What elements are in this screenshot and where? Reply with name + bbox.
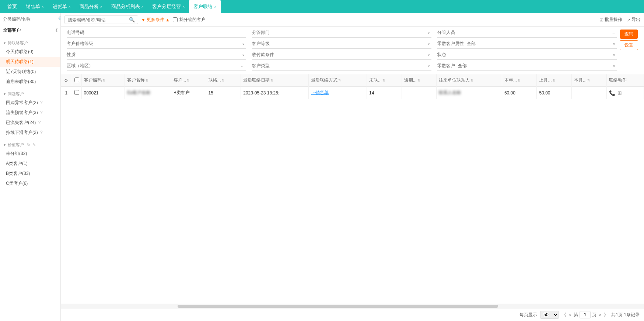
sort-icon: ⇅ (553, 79, 556, 82)
nav-product-analysis-list[interactable]: 商品分析列表 × (107, 0, 148, 13)
filter-icon: ▼ (141, 17, 146, 23)
sort-icon: ⇅ (270, 79, 273, 82)
value-customer-group: ▼ 价值客户 ↻ ✎ (0, 140, 60, 149)
page-nav: 《 ＜ 第 页 ＞ 》 (562, 311, 608, 318)
sort-icon: ⇅ (518, 79, 521, 82)
help-icon[interactable]: ? (40, 100, 43, 105)
td-this-month-amount (572, 87, 607, 99)
scrollbar-thumb[interactable] (178, 305, 498, 308)
first-page-button[interactable]: 《 (562, 312, 566, 318)
chevron-down-icon: ∨ (242, 42, 245, 46)
sidebar-item-repurchase-abnormal[interactable]: 回购异常客户(2) ? (0, 98, 60, 108)
sidebar-item-7days[interactable]: 近7天待联络(0) (0, 67, 60, 77)
th-customer-name: 客户名称⇅ (125, 74, 171, 87)
close-icon[interactable]: × (69, 5, 71, 9)
close-icon[interactable]: × (42, 5, 44, 9)
filter-price-level: 客户价格等级 ∨ (67, 41, 246, 49)
gear-icon[interactable]: ⚙ (64, 78, 68, 83)
sort-icon: ⇅ (382, 79, 385, 82)
grid-icon[interactable]: ⊞ (617, 90, 622, 96)
set-button[interactable]: 设置 (620, 40, 638, 50)
th-last-month: 上月...⇅ (537, 74, 572, 87)
more-filter-button[interactable]: ▼ 更多条件 ▲ (141, 17, 170, 23)
select-all-checkbox[interactable] (74, 77, 79, 82)
sidebar-item-class-b[interactable]: B类客户(33) (0, 169, 60, 179)
nav-purchase[interactable]: 进货单 × (48, 0, 75, 13)
my-customer-checkbox-area: 我分管的客户 (173, 17, 206, 23)
chevron-down-icon: ∨ (427, 42, 430, 46)
sidebar-item-churned[interactable]: 已流失客户(24) ? (0, 118, 60, 128)
contact-method-link[interactable]: 下销货单 (311, 90, 329, 95)
problem-customer-group: ▼ 问题客户 (0, 89, 60, 98)
th-contact-count: 联络...⇅ (206, 74, 241, 87)
td-last-contact-date: 2023-05-23 18:25: (241, 87, 309, 99)
sidebar-item-class-c[interactable]: C类客户(6) (0, 179, 60, 189)
sidebar-item-ungrouped[interactable]: 未分组(32) (0, 149, 60, 159)
sidebar-search-input[interactable] (3, 17, 58, 22)
query-button[interactable]: 查询 (620, 30, 638, 39)
divider (0, 139, 60, 139)
sort-icon: ⇅ (146, 79, 148, 82)
sort-icon: ⇅ (338, 79, 341, 82)
filter-actions: 查询 设置 (620, 30, 638, 71)
nav-customer-tier[interactable]: 客户分层经营 × (148, 0, 189, 13)
batch-operation-button[interactable]: ☑ 批量操作 (599, 17, 622, 23)
sidebar-item-today[interactable]: 今天待联络(0) (0, 47, 60, 57)
page-number-input[interactable] (580, 311, 591, 318)
my-customer-checkbox[interactable] (173, 17, 178, 22)
sidebar-item-tomorrow[interactable]: 明天待联络(1) (0, 57, 60, 67)
close-icon[interactable]: × (141, 5, 144, 9)
export-button[interactable]: ↗ 导出 (627, 17, 640, 23)
triangle-icon: ▼ (3, 92, 6, 96)
search-input[interactable] (68, 17, 129, 23)
prev-page-button[interactable]: ＜ (568, 312, 572, 318)
th-customer-type: 客户...⇅ (171, 74, 206, 87)
divider (0, 88, 60, 88)
th-overdue: 逾期...⇅ (402, 74, 437, 87)
sidebar-item-declining[interactable]: 持续下滑客户(2) ? (0, 128, 60, 138)
sidebar-item-overdue[interactable]: 逾期未联络(30) (0, 77, 60, 87)
phone-icon[interactable]: 📞 (609, 90, 615, 96)
page-size-select[interactable]: 50 100 200 (540, 311, 559, 319)
td-customer-name: Ea客户名称 (125, 87, 171, 99)
td-checkbox (72, 87, 81, 99)
search-icon[interactable]: 🔍 (129, 17, 135, 23)
help-icon[interactable]: ? (40, 130, 43, 135)
table-row: 1 000021 Ea客户名称 B类客户 15 2023-05-23 18:25… (61, 87, 644, 99)
chevron-up-icon: ▲ (165, 17, 170, 23)
nav-customer-contact[interactable]: 客户联络 × (189, 0, 221, 13)
sidebar-item-class-a[interactable]: A类客户(1) (0, 159, 60, 169)
th-customer-code: 客户编码⇅ (81, 74, 125, 87)
search-box: 🔍 (64, 15, 138, 24)
chevron-down-icon: ∨ (613, 53, 615, 57)
last-page-button[interactable]: 》 (604, 312, 608, 318)
filter-customer-level: 客户等级 ∨ (252, 41, 431, 49)
close-icon[interactable]: × (182, 5, 185, 9)
help-icon[interactable]: ? (40, 110, 43, 115)
sidebar-search-area: 🔍 (0, 13, 60, 25)
checkbox-icon: ☑ (599, 17, 603, 23)
next-page-button[interactable]: ＞ (598, 312, 602, 318)
filter-retail-customer: 零散客户 全部 ∨ (437, 63, 617, 71)
nav-home[interactable]: 首页 (3, 0, 21, 13)
td-overdue (402, 87, 437, 99)
filter-payment-terms: 收付款条件 ∨ (252, 52, 431, 60)
row-checkbox[interactable] (74, 90, 79, 95)
edit-icon[interactable]: ✎ (32, 142, 36, 147)
all-customers-header[interactable]: 全部客户 《 (0, 25, 60, 36)
sort-icon: ⇅ (587, 79, 590, 82)
refresh-icon[interactable]: ↻ (27, 142, 30, 147)
sort-icon: ⇅ (222, 79, 225, 82)
help-icon[interactable]: ? (38, 120, 41, 125)
close-icon[interactable]: × (214, 5, 216, 9)
horizontal-scrollbar[interactable] (61, 304, 644, 308)
filter-phone: 电话号码 (67, 30, 246, 38)
nav-sales[interactable]: 销售单 × (21, 0, 48, 13)
td-num: 1 (61, 87, 72, 99)
search-icon[interactable]: 🔍 (58, 16, 61, 22)
nav-product-analysis[interactable]: 商品分析 × (75, 0, 107, 13)
sidebar-item-churn-warning[interactable]: 流失预警客户(3) ? (0, 108, 60, 118)
close-icon[interactable]: × (100, 5, 102, 9)
filter-panel: 电话号码 分管部门 ∨ 分管人员 ··· (61, 27, 644, 74)
td-action: 📞 ⊞ (606, 87, 644, 99)
